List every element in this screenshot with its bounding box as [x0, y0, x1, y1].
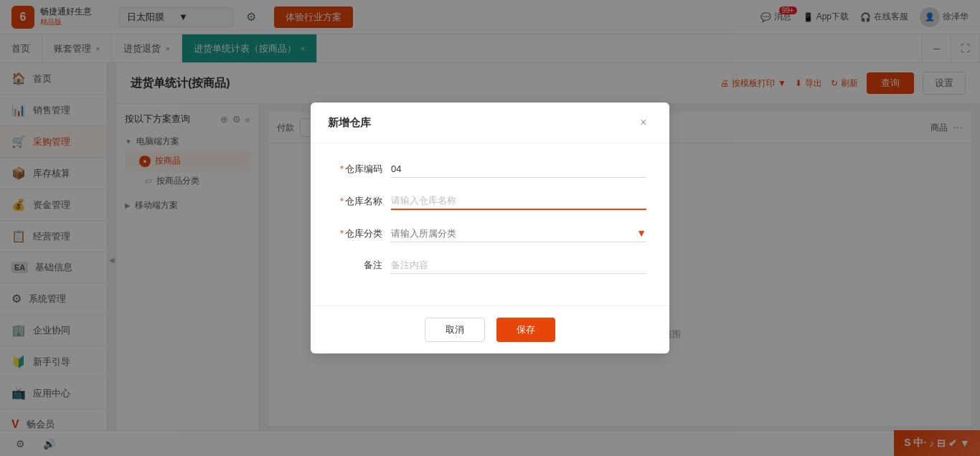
form-row-remark: 备注 [334, 257, 646, 274]
category-label: 仓库分类 [334, 227, 391, 240]
cancel-button[interactable]: 取消 [425, 318, 485, 342]
modal-footer: 取消 保存 [311, 305, 669, 353]
form-row-name: 仓库名称 [334, 192, 646, 210]
save-button[interactable]: 保存 [496, 318, 555, 342]
remark-input[interactable] [391, 257, 646, 274]
name-label: 仓库名称 [334, 195, 391, 208]
modal-header: 新增仓库 × [311, 103, 669, 143]
form-row-code: 仓库编码 [334, 161, 646, 178]
code-label: 仓库编码 [334, 163, 391, 176]
form-row-category: 仓库分类 ▼ [334, 224, 646, 242]
code-input[interactable] [391, 161, 646, 178]
modal-overlay: 新增仓库 × 仓库编码 仓库名称 仓库分类 ▼ [0, 0, 980, 456]
modal-close-button[interactable]: × [635, 114, 652, 131]
category-arrow-icon: ▼ [636, 227, 646, 239]
modal-title: 新增仓库 [328, 116, 371, 130]
remark-label: 备注 [334, 259, 391, 272]
modal-add-warehouse: 新增仓库 × 仓库编码 仓库名称 仓库分类 ▼ [311, 103, 669, 353]
category-select-row: ▼ [391, 224, 646, 242]
category-input[interactable] [391, 228, 636, 239]
modal-body: 仓库编码 仓库名称 仓库分类 ▼ 备注 [311, 143, 669, 305]
name-input[interactable] [391, 192, 646, 210]
